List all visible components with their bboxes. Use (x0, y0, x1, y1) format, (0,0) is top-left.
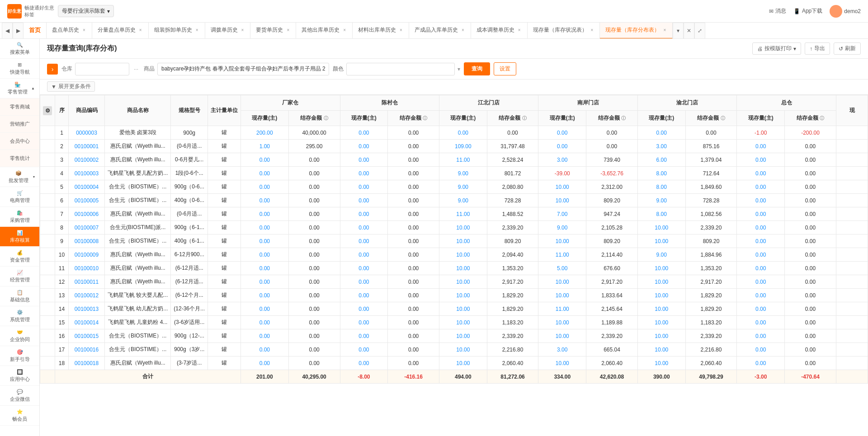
table-cell[interactable]: 0.00 (737, 316, 785, 329)
sidebar-item-corpweixin[interactable]: 💬 企业微信 (0, 386, 39, 406)
table-cell[interactable]: 00100007 (69, 221, 105, 234)
table-cell[interactable]: 0.00 (340, 234, 388, 248)
sidebar-item-memberplus[interactable]: ⭐ 畅会员 (0, 406, 39, 426)
table-cell[interactable]: 9.00 (538, 221, 586, 234)
table-cell[interactable]: 0.00 (340, 316, 388, 329)
sidebar-item-retail-stats[interactable]: 零售统计 (0, 150, 39, 167)
table-cell[interactable]: 0.00 (340, 329, 388, 343)
sidebar-item-operations[interactable]: 📈 经营管理 (0, 267, 39, 286)
table-cell[interactable]: 00100001 (69, 140, 105, 153)
table-cell[interactable]: 0.00 (241, 302, 289, 316)
table-cell[interactable]: 9.00 (439, 194, 487, 207)
table-cell[interactable]: 0.00 (340, 275, 388, 289)
table-cell[interactable]: 10.00 (637, 316, 685, 329)
table-cell[interactable]: 0.00 (340, 356, 388, 370)
sidebar-item-basic[interactable]: 📋 基础信息 (0, 286, 39, 306)
product-input[interactable] (157, 63, 329, 75)
table-cell[interactable]: 9.00 (637, 248, 685, 262)
table-cell[interactable]: 00100005 (69, 194, 105, 207)
sidebar-item-finance[interactable]: 💰 资金管理 (0, 247, 39, 267)
table-cell[interactable]: 10.00 (538, 180, 586, 194)
table-cell[interactable]: 9.00 (637, 194, 685, 207)
table-cell[interactable]: 11.00 (439, 153, 487, 167)
message-btn[interactable]: ✉ 消息 (769, 7, 786, 15)
table-cell[interactable]: 109.00 (439, 140, 487, 153)
table-cell[interactable]: 0.00 (340, 180, 388, 194)
color-input[interactable] (346, 63, 455, 75)
table-cell[interactable]: 11.00 (439, 207, 487, 221)
table-cell[interactable]: 0.00 (340, 343, 388, 356)
tab-more-btn[interactable]: ▾ (673, 23, 684, 39)
table-cell[interactable]: 10.00 (538, 275, 586, 289)
table-cell[interactable]: 11.00 (538, 302, 586, 316)
col-settings-icon[interactable]: ⚙ (43, 106, 52, 115)
table-cell[interactable]: 0.00 (737, 207, 785, 221)
table-cell[interactable]: 0.00 (737, 329, 785, 343)
table-cell[interactable]: 5.00 (538, 262, 586, 275)
tab-combo[interactable]: 组装拆卸单历史 × (149, 23, 205, 39)
table-cell[interactable]: 10.00 (637, 356, 685, 370)
table-cell[interactable]: 0.00 (241, 180, 289, 194)
tab-close-other-out[interactable]: × (342, 27, 347, 33)
sidebar-item-system[interactable]: ⚙️ 系统管理 (0, 306, 39, 326)
table-cell[interactable]: 0.00 (241, 316, 289, 329)
table-cell[interactable]: 10.00 (637, 262, 685, 275)
table-cell[interactable]: 0.00 (241, 221, 289, 234)
table-cell[interactable]: 0.00 (241, 207, 289, 221)
table-cell[interactable]: 0.00 (737, 343, 785, 356)
tab-expand-btn[interactable]: ⤢ (694, 23, 705, 39)
table-cell[interactable]: 0.00 (340, 207, 388, 221)
tab-close-combo[interactable]: × (195, 27, 199, 33)
table-cell[interactable]: 10.00 (439, 356, 487, 370)
industry-selector[interactable]: 母婴行业演示陈套 ▾ (58, 5, 114, 17)
tab-close-material-out[interactable]: × (399, 27, 403, 33)
table-cell[interactable]: 0.00 (340, 153, 388, 167)
col-settings-header[interactable]: ⚙ (40, 95, 55, 126)
export-btn[interactable]: ↑ 导出 (805, 42, 830, 55)
table-cell[interactable]: 10.00 (538, 234, 586, 248)
table-cell[interactable]: 0.00 (737, 153, 785, 167)
table-cell[interactable]: 3.00 (538, 343, 586, 356)
table-cell[interactable]: 0.00 (340, 289, 388, 302)
tab-material-out[interactable]: 材料出库单历史 × (353, 23, 409, 39)
table-cell[interactable]: 0.00 (340, 126, 388, 140)
sidebar-item-purchase[interactable]: 🛍️ 采购管理 (0, 207, 39, 227)
tab-transfer[interactable]: 调拨单历史 × (205, 23, 251, 39)
table-cell[interactable]: 0.00 (340, 221, 388, 234)
tab-next-btn[interactable]: ▶ (13, 23, 24, 39)
table-cell[interactable]: 0.00 (340, 302, 388, 316)
table-cell[interactable]: 0.00 (340, 167, 388, 180)
tab-close-request[interactable]: × (286, 27, 290, 33)
table-cell[interactable]: 00100016 (69, 343, 105, 356)
table-cell[interactable]: 10.00 (439, 234, 487, 248)
table-cell[interactable]: 0.00 (340, 140, 388, 153)
table-cell[interactable]: 0.00 (241, 248, 289, 262)
table-cell[interactable]: 10.00 (439, 329, 487, 343)
tab-other-out[interactable]: 其他出库单历史 × (296, 23, 353, 39)
table-cell[interactable]: 10.00 (439, 262, 487, 275)
table-cell[interactable]: 10.00 (538, 194, 586, 207)
table-cell[interactable]: 0.00 (241, 343, 289, 356)
table-cell[interactable]: 10.00 (439, 302, 487, 316)
table-cell[interactable]: 0.00 (737, 140, 785, 153)
tab-inventory-split[interactable]: 分量盘点单历史 × (92, 23, 149, 39)
app-download-btn[interactable]: 📱 App下载 (793, 7, 822, 15)
table-cell[interactable]: 10.00 (439, 343, 487, 356)
table-cell[interactable]: 00100006 (69, 207, 105, 221)
table-cell[interactable]: 3.00 (538, 153, 586, 167)
table-cell[interactable]: -39.00 (538, 167, 586, 180)
tab-stock-dist[interactable]: 现存量（库存分布表） × (600, 23, 673, 39)
print-btn[interactable]: 🖨 按模版打印 ▾ (752, 42, 801, 55)
sidebar-item-marketing[interactable]: 营销推广 (0, 116, 39, 133)
sidebar-item-inventory[interactable]: 📊 库存核算 (0, 227, 39, 247)
tab-inventory-single[interactable]: 盘点单历史 × (47, 23, 92, 39)
table-cell[interactable]: 0.00 (737, 289, 785, 302)
table-cell[interactable]: 10.00 (538, 329, 586, 343)
sidebar-item-member[interactable]: 会员中心 (0, 133, 39, 150)
table-cell[interactable]: 0.00 (737, 167, 785, 180)
table-wrapper[interactable]: ⚙ 序 商品编码 商品名称 规格型号 主计量单位 厂家仓 陈村仓 江北门店 南岸… (40, 95, 868, 436)
table-cell[interactable]: 10.00 (637, 343, 685, 356)
table-cell[interactable]: 0.00 (241, 356, 289, 370)
table-cell[interactable]: 0.00 (241, 289, 289, 302)
table-cell[interactable]: 00100012 (69, 289, 105, 302)
